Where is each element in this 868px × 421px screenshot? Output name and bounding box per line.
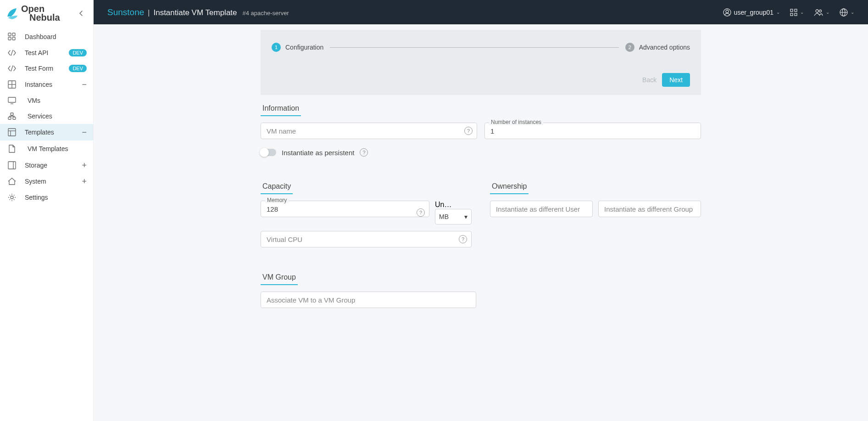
dev-badge: DEV — [69, 49, 87, 56]
svg-rect-1 — [12, 33, 15, 36]
logo-icon — [6, 6, 18, 20]
svg-rect-11 — [13, 117, 16, 119]
owner-group-placeholder: Instantiate as different Group — [604, 205, 693, 213]
sidebar-item-label: Instances — [25, 81, 52, 88]
topbar: Sunstone | Instantiate VM Template #4 ap… — [94, 0, 868, 24]
sidebar-item-test-api[interactable]: Test API DEV — [0, 45, 93, 61]
persistent-toggle[interactable] — [261, 149, 276, 156]
next-button[interactable]: Next — [662, 73, 690, 87]
hierarchy-icon — [7, 112, 17, 120]
owner-user-select[interactable]: Instantiate as different User — [490, 201, 593, 217]
page-subtitle: #4 apache-server — [243, 10, 289, 17]
sidebar-item-label: Dashboard — [25, 33, 56, 40]
vcpu-input[interactable] — [261, 231, 472, 247]
unit-select[interactable]: MB ▾ — [435, 209, 472, 225]
sidebar-item-storage[interactable]: Storage + — [0, 157, 93, 174]
sidebar-item-dashboard[interactable]: Dashboard — [0, 28, 93, 45]
svg-point-25 — [819, 10, 822, 12]
vm-name-input[interactable] — [261, 123, 477, 139]
instances-label: Number of instances — [489, 119, 543, 125]
chevron-left-icon — [79, 11, 83, 16]
memory-field-wrap: Memory ? — [261, 201, 429, 225]
users-icon — [814, 9, 823, 16]
step-2[interactable]: 2 Advanced options — [625, 43, 690, 52]
sidebar-item-instances[interactable]: Instances − — [0, 76, 93, 93]
sidebar-item-test-form[interactable]: Test Form DEV — [0, 61, 93, 76]
svg-rect-0 — [8, 33, 11, 36]
step-label: Configuration — [285, 44, 323, 51]
step-1[interactable]: 1 Configuration — [272, 43, 323, 52]
home-icon — [7, 178, 17, 185]
step-label: Advanced options — [639, 44, 690, 51]
section-ownership: Ownership — [490, 180, 529, 194]
unit-field-wrap: Un… MB ▾ — [435, 201, 472, 225]
svg-point-19 — [726, 10, 729, 13]
toggle-knob — [260, 148, 269, 157]
section-information: Information — [261, 101, 301, 116]
chevron-down-icon: ⌄ — [800, 10, 804, 15]
back-button: Back — [642, 76, 657, 84]
unit-value: MB — [439, 213, 449, 220]
code-icon — [7, 50, 17, 56]
page-title: Instantiate VM Template — [153, 8, 237, 17]
username: user_group01 — [734, 9, 773, 16]
dashboard-icon — [7, 33, 17, 41]
svg-rect-12 — [8, 129, 16, 136]
help-icon[interactable]: ? — [464, 127, 473, 135]
brand: Sunstone — [107, 7, 144, 17]
svg-rect-20 — [790, 9, 793, 11]
dropdown-arrow-icon: ▾ — [464, 213, 467, 220]
sidebar-item-system[interactable]: System + — [0, 174, 93, 189]
file-icon — [7, 145, 17, 153]
svg-rect-23 — [795, 13, 797, 16]
help-icon[interactable]: ? — [417, 208, 425, 217]
instances-field-wrap: Number of instances — [484, 123, 701, 139]
template-icon — [7, 128, 17, 136]
chevron-down-icon: ⌄ — [776, 10, 780, 15]
code-icon — [7, 65, 17, 72]
vmgroup-select[interactable]: Associate VM to a VM Group — [261, 292, 476, 308]
sidebar-item-label: Test API — [25, 49, 48, 56]
sidebar-item-label: Settings — [25, 194, 48, 201]
globe-icon — [840, 8, 848, 17]
owner-group-select[interactable]: Instantiate as different Group — [598, 201, 701, 217]
stepper-card: 1 Configuration 2 Advanced options Back … — [261, 30, 701, 95]
sidebar-item-vm-templates[interactable]: VM Templates — [0, 140, 93, 157]
svg-rect-9 — [11, 113, 13, 115]
user-icon — [723, 8, 731, 17]
help-icon[interactable]: ? — [360, 148, 368, 157]
lang-menu[interactable]: ⌄ — [840, 8, 854, 17]
vm-name-field-wrap: ? — [261, 123, 477, 139]
section-vmgroup: VM Group — [261, 270, 298, 285]
user-menu[interactable]: user_group01 ⌄ — [723, 8, 780, 17]
sidebar-item-label: Storage — [25, 162, 47, 169]
dev-badge: DEV — [69, 65, 87, 72]
help-icon[interactable]: ? — [459, 235, 467, 243]
group-menu[interactable]: ⌄ — [814, 9, 829, 16]
step-number: 2 — [625, 43, 634, 52]
svg-point-24 — [816, 10, 818, 12]
svg-rect-3 — [12, 37, 15, 40]
apps-menu[interactable]: ⌄ — [790, 9, 804, 16]
svg-rect-22 — [790, 13, 793, 16]
unit-label: Un… — [435, 201, 458, 209]
expand-icon: + — [82, 161, 87, 170]
sidebar: Open Nebula Dashboard Test API DEV Test … — [0, 0, 94, 421]
sidebar-collapse-button[interactable] — [75, 7, 87, 19]
chevron-down-icon: ⌄ — [851, 10, 854, 15]
memory-label: Memory — [265, 197, 289, 203]
storage-icon — [7, 161, 17, 169]
sidebar-item-templates[interactable]: Templates − — [0, 124, 93, 140]
step-number: 1 — [272, 43, 281, 52]
svg-rect-2 — [8, 37, 11, 40]
persistent-label: Instantiate as persistent — [282, 149, 354, 157]
sidebar-item-label: VMs — [28, 97, 40, 104]
grid-icon — [7, 80, 17, 89]
vmgroup-placeholder: Associate VM to a VM Group — [267, 296, 355, 304]
sidebar-item-settings[interactable]: Settings — [0, 189, 93, 206]
sidebar-item-vms[interactable]: VMs — [0, 93, 93, 108]
chevron-down-icon: ⌄ — [826, 10, 829, 15]
sidebar-item-services[interactable]: Services — [0, 108, 93, 124]
gear-icon — [7, 193, 17, 202]
svg-rect-21 — [795, 9, 797, 11]
